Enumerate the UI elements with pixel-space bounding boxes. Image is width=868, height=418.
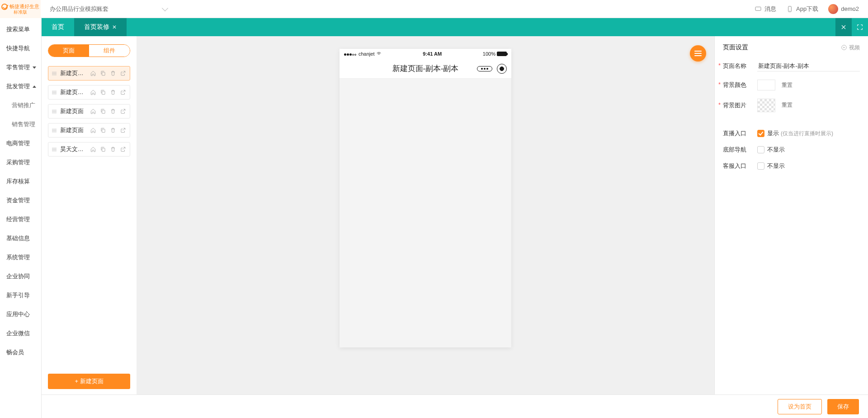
page-list: 新建页面-副本...新建页面-副本新建页面新建页面昊天文具店 (48, 66, 130, 157)
sidebar-item-label: 企业微信 (6, 329, 30, 337)
bg-color-reset[interactable]: 重置 (782, 81, 793, 89)
copy-icon[interactable] (100, 146, 106, 152)
delete-icon[interactable] (110, 108, 116, 114)
copy-icon[interactable] (100, 127, 106, 133)
more-icon (477, 66, 492, 71)
sidebar-item[interactable]: 零售管理 (0, 58, 41, 77)
share-icon[interactable] (120, 146, 126, 152)
sidebar-item[interactable]: 系统管理 (0, 248, 41, 267)
sidebar-item[interactable]: 快捷导航 (0, 39, 41, 58)
seg-component-tab[interactable]: 组件 (89, 45, 130, 57)
page-row[interactable]: 新建页面-副本... (48, 66, 130, 81)
new-page-button[interactable]: + 新建页面 (48, 374, 130, 389)
topbar: 畅捷通好生意 标准版 办公用品行业模拟账套 消息 App下载 demo2 (0, 0, 868, 18)
share-icon[interactable] (120, 89, 126, 95)
app-download-button[interactable]: App下载 (786, 5, 818, 13)
drag-icon[interactable] (52, 129, 57, 132)
sidebar-item-label: 批发管理 (6, 82, 30, 90)
drag-icon[interactable] (52, 91, 57, 94)
sidebar-item[interactable]: 电商管理 (0, 134, 41, 153)
sidebar-item[interactable]: 库存核算 (0, 172, 41, 191)
bottom-nav-checkbox[interactable] (757, 146, 764, 153)
tab-label: 首页 (52, 23, 64, 31)
page-row[interactable]: 新建页面 (48, 123, 130, 138)
home-icon[interactable] (90, 127, 96, 133)
bg-image-label: 背景图片 (723, 99, 757, 109)
drag-icon[interactable] (52, 148, 57, 151)
sidebar-item[interactable]: 新手引导 (0, 286, 41, 305)
sidebar-item-label: 营销推广 (12, 101, 35, 109)
page-name-input[interactable] (757, 61, 860, 71)
sidebar-item[interactable]: 营销推广 (0, 96, 41, 115)
share-icon[interactable] (120, 70, 126, 76)
sidebar-item[interactable]: 企业微信 (0, 324, 41, 343)
signal-icon (344, 51, 357, 57)
tab[interactable]: 首页 (42, 18, 74, 36)
battery-label: 100% (483, 51, 495, 57)
messages-button[interactable]: 消息 (755, 5, 776, 13)
components-fab[interactable] (690, 45, 706, 62)
close-icon[interactable]: ✕ (112, 24, 117, 30)
delete-icon[interactable] (110, 146, 116, 152)
fullscreen-button[interactable] (852, 18, 868, 36)
sidebar-item[interactable]: 销售管理 (0, 115, 41, 134)
copy-icon[interactable] (100, 70, 106, 76)
sidebar-item[interactable]: 批发管理 (0, 77, 41, 96)
live-entry-text: 显示 (767, 129, 779, 138)
sidebar-item-label: 基础信息 (6, 234, 30, 242)
live-entry-checkbox[interactable] (757, 130, 764, 137)
page-row-label: 新建页面-副本 (60, 89, 86, 96)
sidebar-item[interactable]: 应用中心 (0, 305, 41, 324)
home-icon[interactable] (90, 89, 96, 95)
page-row-label: 新建页面 (60, 127, 86, 134)
copy-icon[interactable] (100, 108, 106, 114)
sidebar-item[interactable]: 畅会员 (0, 343, 41, 362)
sidebar-item[interactable]: 经营管理 (0, 210, 41, 229)
sidebar-item-label: 销售管理 (12, 120, 35, 128)
drag-icon[interactable] (52, 72, 57, 75)
sidebar-item[interactable]: 采购管理 (0, 153, 41, 172)
share-icon[interactable] (120, 108, 126, 114)
sidebar-item-label: 新手引导 (6, 291, 30, 299)
delete-icon[interactable] (110, 89, 116, 95)
save-button[interactable]: 保存 (827, 399, 859, 414)
page-row[interactable]: 昊天文具店 (48, 142, 130, 157)
target-icon (497, 64, 507, 74)
battery-icon (497, 52, 507, 56)
logo-mark-icon (1, 4, 8, 10)
tab-label: 首页装修 (84, 23, 109, 31)
sidebar-item[interactable]: 基础信息 (0, 229, 41, 248)
seg-page-tab[interactable]: 页面 (48, 45, 89, 57)
sidebar-item-label: 应用中心 (6, 310, 30, 318)
delete-icon[interactable] (110, 127, 116, 133)
service-checkbox[interactable] (757, 162, 764, 170)
page-row[interactable]: 新建页面-副本 (48, 85, 130, 100)
bg-color-swatch[interactable] (757, 80, 775, 90)
video-link[interactable]: 视频 (841, 44, 860, 52)
page-row-label: 昊天文具店 (60, 146, 86, 153)
account-selector[interactable]: 办公用品行业模拟账套 (50, 5, 167, 13)
page-row[interactable]: 新建页面 (48, 104, 130, 119)
sidebar-item[interactable]: 资金管理 (0, 191, 41, 210)
home-icon[interactable] (90, 146, 96, 152)
close-panel-button[interactable] (835, 18, 852, 36)
user-menu[interactable]: demo2 (828, 4, 859, 14)
sidebar-item[interactable]: 企业协同 (0, 267, 41, 286)
drag-icon[interactable] (52, 110, 57, 113)
share-icon[interactable] (120, 127, 126, 133)
bg-image-reset[interactable]: 重置 (782, 99, 793, 109)
sidebar-item[interactable]: 搜索菜单 (0, 20, 41, 39)
bg-image-picker[interactable] (757, 99, 775, 112)
brand-name: 畅捷通好生意 (9, 3, 39, 10)
service-text: 不显示 (767, 162, 785, 170)
home-icon[interactable] (90, 108, 96, 114)
sidebar-item-label: 经营管理 (6, 215, 30, 223)
home-icon[interactable] (90, 70, 96, 76)
set-home-button[interactable]: 设为首页 (778, 399, 822, 414)
delete-icon[interactable] (110, 70, 116, 76)
phone-body[interactable] (340, 79, 511, 347)
tab[interactable]: 首页装修✕ (74, 18, 127, 36)
workspace: 页面 组件 新建页面-副本...新建页面-副本新建页面新建页面昊天文具店 + 新… (42, 36, 868, 394)
sidebar-item-label: 零售管理 (6, 63, 30, 71)
copy-icon[interactable] (100, 89, 106, 95)
